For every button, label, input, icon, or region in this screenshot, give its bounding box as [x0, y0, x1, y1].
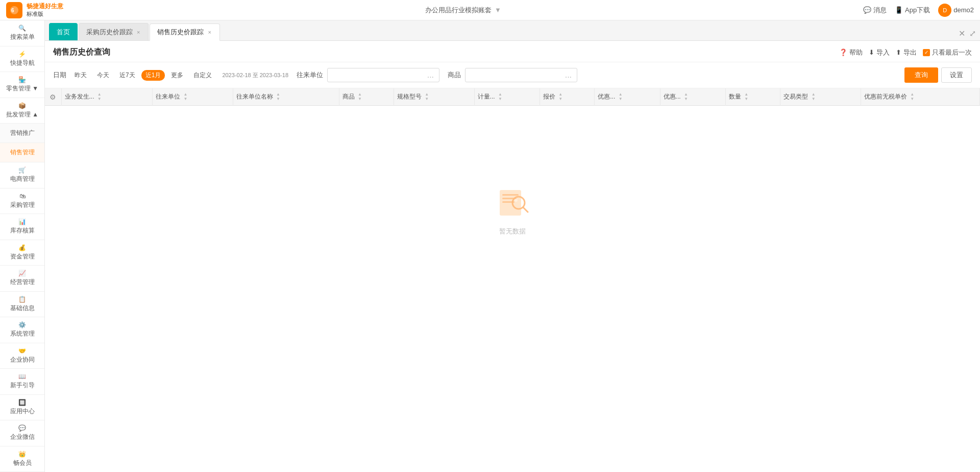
sidebar-item-purchase[interactable]: 🛍 采购管理: [0, 188, 44, 215]
workspace-dropdown-icon[interactable]: ▼: [495, 6, 501, 14]
sort-qty[interactable]: ▲▼: [744, 92, 748, 101]
date-option-7days[interactable]: 近7天: [115, 70, 139, 81]
settings-button[interactable]: 设置: [941, 67, 972, 83]
th-spec[interactable]: 规格型号 ▲▼: [394, 88, 474, 106]
th-qty[interactable]: 数量 ▲▼: [725, 88, 780, 106]
sidebar-item-appstore[interactable]: 🔲 应用中心: [0, 395, 44, 421]
tab-home[interactable]: 首页: [49, 23, 78, 40]
th-settings[interactable]: ⚙: [45, 88, 61, 106]
sidebar: 🔍 搜索菜单 ⚡ 快捷导航 🏪 零售管理 ▼ 📦 批发管理 ▲ 营销推广 销售管…: [0, 20, 45, 472]
sidebar-item-finance[interactable]: 💰 资金管理: [0, 240, 44, 266]
partner-filter-label: 往来单位: [297, 70, 323, 80]
th-partner-code[interactable]: 往来单位 ▲▼: [153, 88, 233, 106]
user-menu[interactable]: D demo2: [938, 4, 974, 17]
product-input[interactable]: [469, 72, 563, 79]
help-icon: ❓: [839, 49, 847, 56]
tab-sales[interactable]: 销售历史价跟踪 ×: [150, 23, 219, 41]
brand-edition: 标准版: [27, 10, 63, 17]
sidebar-item-wholesale[interactable]: 📦 批发管理 ▲: [0, 98, 44, 124]
workspace-selector[interactable]: 办公用品行业模拟账套 ▼: [425, 6, 501, 15]
message-icon: 💬: [863, 6, 871, 14]
export-btn[interactable]: ⬆ 导出: [896, 48, 917, 57]
search-icon: 🔍: [18, 25, 26, 32]
sidebar-item-operation[interactable]: 📈 经营管理: [0, 266, 44, 292]
sidebar-label-wholesale: 批发管理 ▲: [6, 110, 38, 119]
operation-icon: 📈: [18, 270, 26, 277]
message-label: 消息: [873, 6, 887, 15]
tab-bar: 首页 采购历史价跟踪 × 销售历史价跟踪 × ✕ ⤢: [45, 20, 980, 41]
sidebar-item-wechat[interactable]: 💬 企业微信: [0, 420, 44, 446]
th-trade-type[interactable]: 交易类型 ▲▼: [780, 88, 861, 106]
sales-tab-close[interactable]: ×: [207, 29, 212, 36]
sidebar-item-search[interactable]: 🔍 搜索菜单: [0, 20, 44, 46]
sidebar-item-guide[interactable]: 📖 新手引导: [0, 369, 44, 395]
sidebar-item-inventory[interactable]: 📊 库存核算: [0, 214, 44, 240]
th-biz-date[interactable]: 业务发生... ▲▼: [61, 88, 153, 106]
sort-discount1[interactable]: ▲▼: [619, 92, 623, 101]
ecommerce-icon: 🛒: [18, 167, 26, 174]
sidebar-item-sales[interactable]: 销售管理: [0, 143, 44, 162]
product-ellipsis-btn[interactable]: ...: [563, 70, 574, 80]
sidebar-item-quicknav[interactable]: ⚡ 快捷导航: [0, 46, 44, 73]
sort-price[interactable]: ▲▼: [558, 92, 562, 101]
help-btn[interactable]: ❓ 帮助: [839, 48, 863, 57]
sort-biz-date[interactable]: ▲▼: [97, 92, 102, 101]
th-discount1[interactable]: 优惠... ▲▼: [595, 88, 660, 106]
purchase-tab-close[interactable]: ×: [136, 29, 141, 36]
sidebar-item-marketing[interactable]: 营销推广: [0, 124, 44, 143]
sidebar-item-retail[interactable]: 🏪 零售管理 ▼: [0, 72, 44, 98]
sort-product[interactable]: ▲▼: [358, 92, 362, 101]
only-last-checkbox[interactable]: 只看最后一次: [923, 48, 972, 57]
th-product[interactable]: 商品 ▲▼: [339, 88, 394, 106]
date-option-1month[interactable]: 近1月: [141, 70, 165, 81]
sort-discount2[interactable]: ▲▼: [684, 92, 688, 101]
partner-input-wrapper[interactable]: ...: [327, 68, 439, 82]
product-input-wrapper[interactable]: ...: [465, 68, 577, 82]
sort-trade-type[interactable]: ▲▼: [812, 92, 816, 101]
th-partner-name[interactable]: 往来单位名称 ▲▼: [233, 88, 339, 106]
sidebar-label-sales: 销售管理: [10, 148, 35, 157]
tab-close-all-btn[interactable]: ✕: [959, 29, 965, 38]
export-icon: ⬆: [896, 49, 901, 56]
tab-purchase[interactable]: 采购历史价跟踪 ×: [79, 23, 149, 40]
sort-partner-code[interactable]: ▲▼: [183, 92, 187, 101]
sidebar-item-basic[interactable]: 📋 基础信息: [0, 292, 44, 318]
svg-point-8: [514, 199, 518, 202]
partner-input[interactable]: [331, 72, 425, 79]
sidebar-label-basic: 基础信息: [10, 304, 35, 313]
product-filter-group: 商品 ...: [448, 68, 577, 82]
partner-ellipsis-btn[interactable]: ...: [425, 70, 436, 80]
date-option-custom[interactable]: 自定义: [189, 70, 216, 81]
sidebar-label-operation: 经营管理: [10, 278, 35, 287]
th-tax-free-price[interactable]: 优惠前无税单价 ▲▼: [861, 88, 979, 106]
th-discount2[interactable]: 优惠... ▲▼: [660, 88, 725, 106]
import-btn[interactable]: ⬇ 导入: [869, 48, 890, 57]
sort-spec[interactable]: ▲▼: [425, 92, 429, 101]
page-actions: ❓ 帮助 ⬇ 导入 ⬆ 导出 只看最后一次: [839, 48, 972, 57]
sidebar-item-member[interactable]: 👑 畅会员: [0, 446, 44, 473]
column-settings-icon[interactable]: ⚙: [50, 93, 56, 101]
sidebar-item-system[interactable]: ⚙️ 系统管理: [0, 317, 44, 343]
sidebar-item-collab[interactable]: 🤝 企业协同: [0, 343, 44, 369]
sort-tax-free-price[interactable]: ▲▼: [910, 92, 914, 101]
sort-partner-name[interactable]: ▲▼: [276, 92, 280, 101]
system-icon: ⚙️: [18, 321, 26, 328]
query-button[interactable]: 查询: [904, 67, 938, 83]
date-option-more[interactable]: 更多: [167, 70, 187, 81]
tab-maximize-btn[interactable]: ⤢: [969, 29, 976, 38]
date-option-today[interactable]: 今天: [93, 70, 113, 81]
sidebar-label-guide: 新手引导: [10, 381, 35, 390]
sort-unit[interactable]: ▲▼: [498, 92, 502, 101]
date-option-yesterday[interactable]: 昨天: [70, 70, 91, 81]
th-unit[interactable]: 计量... ▲▼: [474, 88, 540, 106]
sidebar-item-ecommerce[interactable]: 🛒 电商管理: [0, 162, 44, 188]
partner-filter-group: 往来单位 ...: [297, 68, 439, 82]
import-icon: ⬇: [869, 49, 874, 56]
basic-icon: 📋: [18, 296, 26, 303]
app-download-btn[interactable]: 📱 App下载: [895, 6, 930, 15]
page-header: 销售历史价查询 ❓ 帮助 ⬇ 导入 ⬆ 导出: [45, 41, 980, 62]
messages-btn[interactable]: 💬 消息: [863, 6, 887, 15]
product-filter-label: 商品: [448, 70, 461, 80]
th-price[interactable]: 报价 ▲▼: [540, 88, 594, 106]
sidebar-label-search: 搜索菜单: [10, 33, 35, 41]
